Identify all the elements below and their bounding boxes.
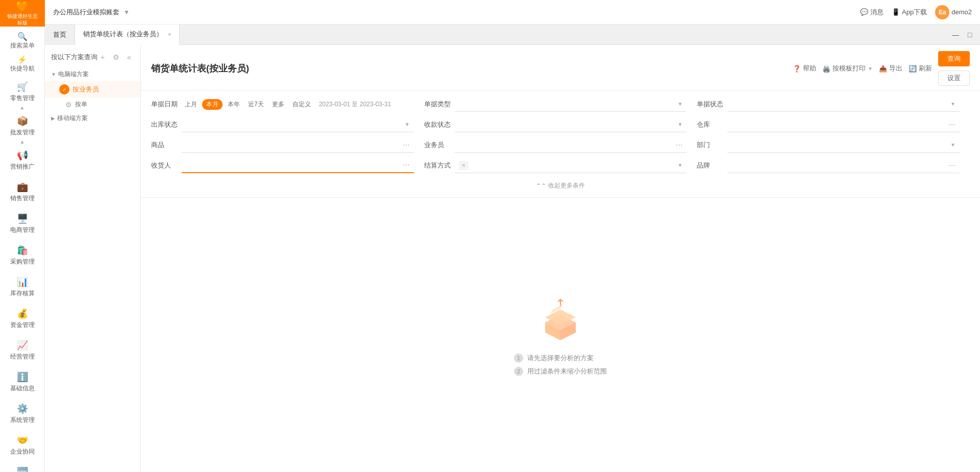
collapse-label: 收起更多条件 — [548, 181, 585, 190]
warehouse-input[interactable]: ··· — [727, 117, 960, 132]
out-status-select[interactable]: ▼ — [182, 117, 414, 132]
dept-select[interactable]: ▼ — [727, 137, 960, 153]
salesperson-dots[interactable]: ··· — [676, 140, 682, 150]
sidebar-item-wholesale[interactable]: 📦 批发管理 — [0, 110, 44, 142]
date-7days[interactable]: 近7天 — [245, 99, 267, 110]
tab-close-button[interactable]: × — [168, 31, 171, 37]
filter-goods: 商品 ··· — [151, 137, 424, 153]
tab-minimize-button[interactable]: — — [949, 29, 962, 41]
logo-icon: 🧡 — [16, 0, 29, 12]
sidebar-search[interactable]: 🔍 搜索菜单 — [0, 27, 44, 53]
sidebar-item-marketing[interactable]: 📢 营销推广 — [0, 145, 44, 176]
sidebar-item-basic[interactable]: ℹ️ 基础信息 — [0, 366, 44, 398]
sidebar-item-finance[interactable]: 💰 资金管理 — [0, 303, 44, 335]
tab-home[interactable]: 首页 — [45, 25, 75, 45]
print-icon: 🖨️ — [822, 65, 830, 73]
user-profile[interactable]: Ea demo2 — [935, 5, 972, 19]
filter-row-1: 单据日期 上月 本月 本年 近7天 更多 自定义 2023-03-01 至 20… — [151, 97, 970, 112]
settings-button[interactable]: 设置 — [938, 70, 970, 86]
doc-status-select[interactable]: ▼ — [727, 97, 960, 112]
date-filter: 上月 本月 本年 近7天 更多 自定义 2023-03-01 至 2023-03… — [182, 99, 391, 110]
sidebar-item-label: 采购管理 — [10, 257, 35, 266]
scheme-sub-item-by-order[interactable]: ⚙ 按单 — [45, 98, 140, 111]
right-content: 销货单统计表(按业务员) ❓ 帮助 🖨️ 按模板打印 ▼ 📤 导出 — [141, 45, 980, 472]
sidebar-item-label: 销售管理 — [10, 194, 35, 203]
payment-tag: × — [459, 161, 469, 170]
export-button[interactable]: 📤 导出 — [879, 64, 902, 73]
pc-category[interactable]: ▼ 电脑端方案 — [45, 67, 140, 81]
add-scheme-button[interactable]: + — [97, 52, 108, 62]
topbar-dropdown[interactable]: ▼ — [124, 9, 130, 16]
goods-dots[interactable]: ··· — [403, 140, 409, 150]
payment-method-select[interactable]: × ▼ — [455, 158, 687, 173]
brand-label: 品牌 — [697, 161, 723, 170]
empty-state: 1 请先选择要分析的方案 2 用过滤条件来缩小分析范围 — [141, 198, 980, 472]
refresh-button[interactable]: 🔄 刷新 — [909, 64, 932, 73]
logo-text: 畅捷通好生意 — [7, 13, 38, 19]
sidebar-item-inventory[interactable]: 📊 库存核算 — [0, 271, 44, 303]
filter-row-4: 收货人 ··· 结算方式 × ▼ — [151, 158, 970, 173]
refresh-label: 刷新 — [919, 64, 932, 73]
tab-active[interactable]: 销货单统计表（按业务员） × — [75, 25, 180, 45]
receiver-input[interactable]: ··· — [182, 158, 414, 173]
retail-expand[interactable]: ▲ — [20, 105, 25, 110]
date-custom[interactable]: 自定义 — [289, 99, 314, 110]
message-button[interactable]: 💬 消息 — [860, 8, 884, 17]
mobile-category[interactable]: ▶ 移动端方案 — [45, 111, 140, 125]
doc-type-select[interactable]: ▼ — [455, 97, 687, 112]
settings-scheme-button[interactable]: ⚙ — [111, 52, 121, 62]
sidebar-quick-nav[interactable]: ⚡ 快捷导航 — [0, 53, 44, 76]
brand-dots[interactable]: ··· — [949, 161, 955, 170]
collapse-bar[interactable]: ⌃⌃ 收起更多条件 — [151, 178, 970, 191]
filter-dept: 部门 ▼ — [697, 137, 970, 153]
page-actions: ❓ 帮助 🖨️ 按模板打印 ▼ 📤 导出 🔄 刷新 — [793, 51, 970, 86]
sidebar-item-label: 批发管理 — [10, 128, 35, 137]
sidebar-item-ecommerce[interactable]: 🖥️ 电商管理 — [0, 208, 44, 240]
ecommerce-icon: 🖥️ — [17, 213, 28, 224]
sidebar-item-newbie[interactable]: 🆕 新手引导 — [0, 461, 44, 472]
receiver-dots[interactable]: ··· — [403, 160, 409, 170]
help-button[interactable]: ❓ 帮助 — [793, 64, 816, 73]
mobile-category-label: 移动端方案 — [57, 114, 88, 123]
collapse-panel-button[interactable]: « — [124, 52, 134, 62]
filter-row-3: 商品 ··· 业务员 ··· 部门 — [151, 137, 970, 153]
wholesale-expand[interactable]: ▲ — [20, 139, 25, 145]
tip-num-1: 1 — [514, 353, 523, 363]
tab-maximize-button[interactable]: □ — [964, 29, 976, 41]
date-this-year[interactable]: 本年 — [225, 99, 243, 110]
newbie-icon: 🆕 — [17, 466, 28, 472]
sidebar-item-operations[interactable]: 📈 经营管理 — [0, 335, 44, 366]
out-status-label: 出库状态 — [151, 120, 178, 129]
sidebar-item-system[interactable]: ⚙️ 系统管理 — [0, 398, 44, 430]
salesperson-input[interactable]: ··· — [455, 137, 687, 153]
warehouse-dots[interactable]: ··· — [949, 120, 955, 129]
tab-actions: — □ — [949, 29, 980, 41]
scheme-item-by-salesperson[interactable]: ✓ 按业务员 — [45, 81, 140, 98]
query-button[interactable]: 查询 — [938, 51, 970, 66]
print-button[interactable]: 🖨️ 按模板打印 ▼ — [822, 64, 873, 73]
filter-date: 单据日期 上月 本月 本年 近7天 更多 自定义 2023-03-01 至 20… — [151, 99, 424, 110]
date-more[interactable]: 更多 — [269, 99, 287, 110]
sidebar-item-purchase[interactable]: 🛍️ 采购管理 — [0, 240, 44, 271]
tip-text-1: 请先选择要分析的方案 — [527, 353, 594, 363]
sidebar-item-retail[interactable]: 🛒 零售管理 — [0, 76, 44, 108]
salesperson-label: 业务员 — [424, 140, 451, 150]
brand-input[interactable]: ··· — [727, 158, 960, 173]
date-this-month[interactable]: 本月 — [202, 99, 223, 110]
pay-status-select[interactable]: ▼ — [455, 117, 687, 132]
tip-num-2: 2 — [514, 367, 523, 376]
goods-input[interactable]: ··· — [182, 137, 414, 153]
system-icon: ⚙️ — [17, 403, 28, 414]
doc-type-chevron: ▼ — [677, 101, 682, 107]
sidebar-item-cooperation[interactable]: 🤝 企业协同 — [0, 430, 44, 461]
pay-status-chevron: ▼ — [677, 122, 682, 127]
date-prev-month[interactable]: 上月 — [182, 99, 200, 110]
filter-pay-status: 收款状态 ▼ — [424, 117, 697, 132]
print-dropdown-icon[interactable]: ▼ — [868, 66, 873, 72]
sidebar-item-sales[interactable]: 💼 销售管理 — [0, 176, 44, 208]
pc-category-label: 电脑端方案 — [58, 70, 89, 79]
payment-tag-close[interactable]: × — [462, 162, 465, 169]
action-buttons: 查询 设置 — [938, 51, 970, 86]
sidebar-item-label: 资金管理 — [10, 321, 35, 329]
app-download-button[interactable]: 📱 App下载 — [892, 8, 927, 17]
